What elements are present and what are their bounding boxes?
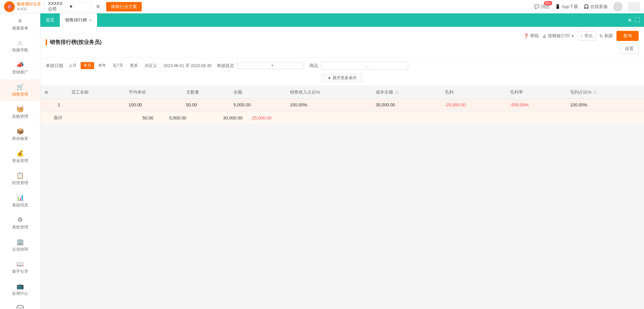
company-selector[interactable]: XXXXX公司 ▼ [44, 2, 91, 11]
date-tab-more[interactable]: 更多 [127, 62, 141, 69]
footer-label: 合计 [44, 115, 105, 121]
sidebar-item-sales[interactable]: 🛒 销售管理 [0, 79, 40, 101]
date-from: 2023-06-01 [164, 63, 184, 68]
try-button[interactable]: 体验行业方案 [106, 2, 142, 11]
sidebar-item-enterprise[interactable]: 🏢 企业协同 [0, 234, 40, 256]
set-button[interactable]: 设置 [620, 44, 639, 54]
minimize-icon[interactable]: ✕ [628, 17, 632, 23]
refresh-icon: ↻ [599, 34, 603, 39]
settings-icon[interactable]: ⚙ [93, 2, 103, 11]
expand-more-button[interactable]: ▼ 展开更多条件 [322, 74, 363, 82]
basic-info-icon: 📊 [16, 194, 24, 201]
sidebar-label-quicknav: 快捷导航 [12, 47, 28, 53]
gross-pct-info-icon[interactable]: ⓘ [593, 91, 597, 94]
maximize-icon[interactable]: ⛶ [635, 17, 640, 23]
date-tab-prev-month[interactable]: 上月 [66, 62, 79, 69]
goods-select[interactable]: ... [321, 61, 408, 70]
online-service-button[interactable]: 🎧 在线客服 [584, 4, 608, 10]
guide-icon: 📖 [16, 260, 24, 268]
tab-close-icon[interactable]: ✕ [89, 18, 92, 22]
cell-gross-pct: 100.00% [566, 99, 644, 111]
operations-icon: 📋 [16, 172, 24, 179]
sidebar-item-quick-nav[interactable]: ⌂ 快捷导航 [0, 35, 40, 57]
col-settings[interactable]: ⚙ [40, 86, 54, 99]
col-cost: 成本全额 ⓘ [372, 86, 441, 99]
logo-text: 畅康通好生意 [17, 2, 41, 7]
sidebar-item-finance[interactable]: 💰 资金管理 [0, 146, 40, 168]
cost-info-icon[interactable]: ⓘ [395, 91, 398, 94]
print-chevron-icon: ▼ [571, 34, 574, 38]
query-button[interactable]: 查询 [616, 31, 639, 41]
sidebar-label-marketing: 营销推广 [12, 69, 28, 75]
goods-more-icon[interactable]: ... [364, 63, 405, 68]
print-icon: 🖨 [542, 34, 547, 39]
sidebar: ≡ 搜索菜单 ⌂ 快捷导航 📣 营销推广 🛒 销售管理 🧺 采购管理 📦 库 [0, 13, 40, 309]
sidebar-item-operations[interactable]: 📋 经营管理 [0, 168, 40, 190]
logo: 🎯 畅康通好生意 标准版 [4, 1, 44, 12]
online-label: 在线客服 [590, 4, 608, 10]
sidebar-label-operations: 经营管理 [12, 180, 28, 186]
sidebar-item-inventory[interactable]: 📦 库存核算 [0, 123, 40, 146]
col-gross-rate: 毛利率 [506, 86, 566, 99]
top-bar-right: 💬 消息 99+ 📱 App下载 🎧 在线客服 [534, 2, 640, 11]
marketing-icon: 📣 [16, 61, 24, 68]
chevron-down-icon: ▼ [69, 4, 88, 9]
tab-sales-rank[interactable]: 销售排行榜 ✕ [60, 13, 97, 27]
col-quantity: 主数量 [182, 86, 230, 99]
cell-sales-pct: 100.00% [286, 99, 372, 111]
sales-rank-table: ⚙ 员工名称 平均单价 主数量 全额 销售收入占比% 成本全额 [40, 86, 644, 111]
col-rank [54, 86, 67, 99]
panel-header: 销售排行榜(按业务员) ❓ 帮助 🖨 [40, 27, 644, 58]
cell-gross-rate: -500.00% [506, 99, 566, 111]
date-filter: 单据日期 上月 本月 本年 近7天 更多 自定义 [46, 62, 211, 69]
help-icon: ❓ [523, 34, 529, 39]
sidebar-item-wechat[interactable]: 💬 企业微信 [0, 301, 40, 309]
table-footer: 合计 50.00 5,000.00 30,000.00 -25,000.00 [40, 111, 644, 124]
date-tabs: 上月 本月 本年 近7天 更多 自定义 [66, 62, 160, 69]
sidebar-item-basic-info[interactable]: 📊 基础信息 [0, 190, 40, 212]
status-select[interactable]: ▼ [237, 62, 304, 69]
sidebar-label-search: 搜索菜单 [12, 25, 28, 31]
avatar[interactable] [613, 2, 622, 11]
col-sales-pct: 销售收入占比% [286, 86, 372, 99]
search-menu-icon: ≡ [18, 17, 22, 24]
print-button[interactable]: 🖨 按模板打印 ▼ [542, 33, 574, 39]
enterprise-icon: 🏢 [16, 238, 24, 246]
sidebar-item-purchase[interactable]: 🧺 采购管理 [0, 101, 40, 123]
message-button[interactable]: 💬 消息 99+ [534, 4, 550, 10]
tab-sales-rank-label: 销售排行榜 [65, 17, 87, 23]
date-tab-current-month[interactable]: 本月 [81, 62, 94, 69]
status-chevron-icon: ▼ [270, 64, 301, 67]
app-center-icon: 📺 [16, 282, 24, 290]
table-container: ⚙ 员工名称 平均单价 主数量 全额 销售收入占比% 成本全额 [40, 86, 644, 111]
col-gross-pct: 毛利占比% ⓘ [566, 86, 644, 99]
logo-sub: 标准版 [17, 7, 41, 11]
sidebar-label-sales: 销售管理 [12, 92, 28, 97]
sidebar-item-search-order[interactable]: ≡ 搜索菜单 [0, 13, 40, 35]
help-button[interactable]: ❓ 帮助 [523, 33, 539, 39]
cell-settings [40, 99, 54, 111]
cell-employee [67, 99, 125, 111]
home-icon: ⌂ [18, 39, 22, 46]
cell-cost: 30,000.00 [372, 99, 441, 111]
col-employee: 员工名称 [67, 86, 125, 99]
table-row: 1 100.00 50.00 5,000.00 100.00% 30,000.0… [40, 99, 644, 111]
col-gross: 毛利 [441, 86, 506, 99]
sidebar-item-app-center[interactable]: 📺 应用中心 [0, 278, 40, 301]
date-tab-7days[interactable]: 近7天 [110, 62, 126, 69]
tab-home[interactable]: 首页 [40, 13, 60, 27]
app-download-button[interactable]: 📱 App下载 [555, 4, 578, 10]
purchase-icon: 🧺 [16, 105, 24, 113]
sidebar-label-guide: 新手引导 [12, 269, 28, 274]
sidebar-item-system[interactable]: ⚙ 系统管理 [0, 212, 40, 234]
date-filter-label: 单据日期 [46, 63, 63, 69]
expand-icon: ▼ [328, 76, 332, 81]
export-button[interactable]: ↑ 导出 [578, 31, 596, 41]
date-tab-custom[interactable]: 自定义 [142, 62, 160, 69]
refresh-button[interactable]: ↻ 刷新 [599, 33, 613, 39]
col-avg-price: 平均单价 [125, 86, 182, 99]
sidebar-item-guide[interactable]: 📖 新手引导 [0, 256, 40, 278]
date-tab-current-year[interactable]: 本年 [95, 62, 109, 69]
sidebar-item-marketing[interactable]: 📣 营销推广 [0, 57, 40, 79]
sidebar-label-appcenter: 应用中心 [12, 291, 28, 297]
